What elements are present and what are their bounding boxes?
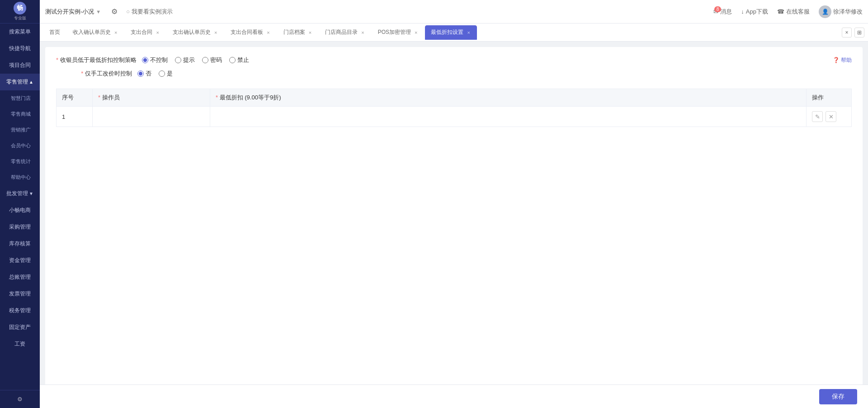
radio-no[interactable] [137, 70, 144, 77]
tab-home[interactable]: 首页 [43, 25, 66, 40]
sidebar-item-member-center[interactable]: 会员中心 [0, 138, 40, 154]
tab-payment-kanban[interactable]: 支出合同看板 × [225, 25, 276, 40]
help-button[interactable]: ❓ 帮助 [833, 56, 852, 64]
delete-icon: ✕ [829, 113, 834, 120]
sidebar-item-retail-mgmt[interactable]: 零售管理 ▲ [0, 74, 40, 90]
sidebar-item-tax-mgmt[interactable]: 税务管理 [0, 302, 40, 319]
sidebar-item-smart-store[interactable]: 智慧门店 [0, 90, 40, 106]
sidebar-item-fixed-assets[interactable]: 固定资产 [0, 319, 40, 336]
tab-min-discount-settings[interactable]: 最低折扣设置 × [425, 25, 476, 40]
demo-link[interactable]: ○ 我要看实例演示 [126, 8, 173, 16]
settings-icon: ⚙ [17, 396, 23, 403]
sidebar-settings[interactable]: ⚙ [0, 390, 40, 408]
tab-store-product-catalog[interactable]: 门店商品目录 × [319, 25, 371, 40]
radio-yes[interactable] [159, 70, 165, 77]
required-mark: * [81, 70, 85, 77]
sidebar-item-purchase-mgmt[interactable]: 采购管理 [0, 219, 40, 235]
tab-close-icon[interactable]: × [266, 29, 270, 36]
tab-income-confirm-history[interactable]: 收入确认单历史 × [67, 25, 124, 40]
sidebar-item-ledger-mgmt[interactable]: 总账管理 [0, 269, 40, 286]
tab-pos-password-mgmt[interactable]: POS加密管理 × [372, 25, 425, 40]
app-edition: 专业版 [14, 15, 26, 21]
topbar-settings-button[interactable]: ⚙ [108, 5, 121, 18]
sidebar-item-ecommerce[interactable]: 小畅电商 [0, 202, 40, 219]
sidebar-item-batch-mgmt[interactable]: 批发管理 ▼ [0, 185, 40, 202]
option-yes[interactable]: 是 [159, 70, 173, 78]
col-header-seq: 序号 [57, 89, 93, 107]
tab-close-icon[interactable]: × [155, 29, 160, 36]
tab-close-icon[interactable]: × [213, 29, 218, 36]
sidebar-item-project-contract[interactable]: 项目合同 [0, 57, 40, 74]
radio-remind[interactable] [175, 57, 181, 63]
discount-policy-options: 不控制 提示 密码 禁止 [142, 56, 249, 64]
dropdown-arrow-icon: ▼ [96, 9, 101, 14]
tab-payment-contract[interactable]: 支出合同 × [125, 25, 165, 40]
manual-price-options: 否 是 [137, 70, 173, 78]
sidebar-item-inventory[interactable]: 库存核算 [0, 235, 40, 252]
project-selector[interactable]: 测试分开实例-小况 ▼ [45, 8, 101, 16]
sidebar-item-retail-mall[interactable]: 零售商城 [0, 106, 40, 122]
sidebar-item-invoice-mgmt[interactable]: 发票管理 [0, 286, 40, 302]
main-content: * 收银员低于最低折扣控制策略 不控制 提示 密码 禁止 [40, 42, 868, 408]
sidebar-item-marketing[interactable]: 营销推广 [0, 122, 40, 138]
cell-action: ✎ ✕ [807, 107, 852, 127]
tabbar-actions: × ⊞ [842, 28, 864, 38]
radio-no-control[interactable] [142, 57, 148, 63]
cell-min-discount [210, 107, 807, 127]
option-remind[interactable]: 提示 [175, 56, 195, 64]
option-no-control[interactable]: 不控制 [142, 56, 168, 64]
table-container: 序号 * 操作员 * 最低折扣 (9.00等于9折) 操作 [56, 83, 852, 127]
app-download-button[interactable]: ↓ App下载 [741, 8, 768, 16]
tab-close-icon[interactable]: × [414, 29, 418, 36]
message-badge: 8 [714, 6, 722, 12]
option-no[interactable]: 否 [137, 70, 151, 78]
topbar: 测试分开实例-小况 ▼ ⚙ ○ 我要看实例演示 ✉ 8 消息 ↓ App下载 ☎… [40, 0, 868, 23]
gear-icon: ⚙ [111, 7, 118, 16]
tab-store-archive[interactable]: 门店档案 × [278, 25, 318, 40]
message-button[interactable]: ✉ 8 消息 [713, 8, 732, 16]
cell-operator [93, 107, 210, 127]
save-button[interactable]: 保存 [819, 389, 857, 404]
avatar-icon: 👤 [822, 9, 829, 15]
radio-password[interactable] [202, 57, 208, 63]
tab-close-icon[interactable]: × [113, 29, 118, 36]
download-icon: ↓ [741, 8, 744, 15]
circle-icon: ○ [126, 8, 130, 15]
user-menu[interactable]: 👤 徐泽华修改 [819, 5, 863, 18]
logo-icon: 畅 [14, 2, 26, 14]
row-edit-button[interactable]: ✎ [812, 111, 823, 122]
tab-close-icon[interactable]: × [360, 29, 365, 36]
question-icon: ❓ [833, 57, 840, 63]
chevron-down-icon: ▼ [29, 191, 33, 196]
col-header-operator: * 操作员 [93, 89, 210, 107]
sidebar-item-capital-mgmt[interactable]: 资金管理 [0, 252, 40, 269]
tab-close-icon[interactable]: × [466, 29, 471, 36]
project-name: 测试分开实例-小况 [45, 8, 94, 16]
tabbar: 首页 收入确认单历史 × 支出合同 × 支出确认单历史 × 支出合同看板 × 门… [40, 23, 868, 42]
sidebar-item-quick-nav[interactable]: 快捷导航 [0, 40, 40, 57]
app-logo: 畅 专业版 [0, 0, 40, 23]
row-delete-button[interactable]: ✕ [826, 111, 836, 122]
avatar: 👤 [819, 5, 831, 18]
option-password[interactable]: 密码 [202, 56, 222, 64]
content-card: * 收银员低于最低折扣控制策略 不控制 提示 密码 禁止 [45, 47, 863, 392]
sidebar-item-retail-stats[interactable]: 零售统计 [0, 154, 40, 169]
online-service-button[interactable]: ☎ 在线客服 [777, 8, 810, 16]
edit-icon: ✎ [815, 113, 820, 120]
option-forbid[interactable]: 禁止 [229, 56, 249, 64]
tab-payment-confirm-history[interactable]: 支出确认单历史 × [167, 25, 224, 40]
discount-policy-label: * 收银员低于最低折扣控制策略 [56, 56, 142, 64]
tab-close-icon[interactable]: × [308, 29, 312, 36]
discount-table: 序号 * 操作员 * 最低折扣 (9.00等于9折) 操作 [56, 89, 852, 127]
cell-seq: 1 [57, 107, 93, 127]
radio-forbid[interactable] [229, 57, 236, 63]
discount-policy-row: * 收银员低于最低折扣控制策略 不控制 提示 密码 禁止 [56, 56, 852, 64]
sidebar-item-help-center[interactable]: 帮助中心 [0, 169, 40, 185]
tab-more-button[interactable]: ⊞ [854, 28, 864, 38]
sidebar-item-payroll[interactable]: 工资 [0, 336, 40, 352]
table-row: 1 ✎ ✕ [57, 107, 852, 127]
close-tab-button[interactable]: × [842, 28, 852, 38]
sidebar-item-search[interactable]: 搜索菜单 [0, 23, 40, 40]
col-header-action: 操作 [807, 89, 852, 107]
headset-icon: ☎ [777, 8, 784, 15]
